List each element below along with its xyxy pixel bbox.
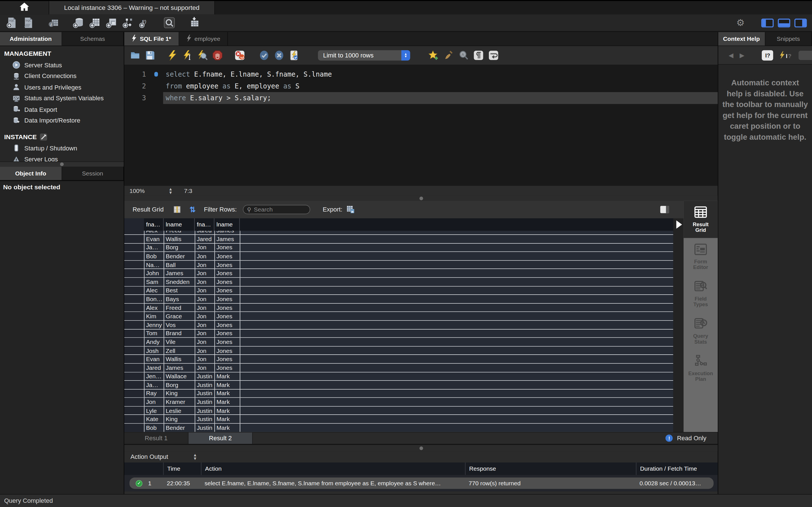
grid-cell[interactable]: Kramer [163,398,195,406]
grid-col-header[interactable]: fna… [195,218,214,231]
filter-search-input[interactable]: ⚲ Search [243,205,310,214]
grid-cell[interactable]: Bays [163,295,195,303]
grid-cell[interactable]: Na… [144,261,164,269]
search-objects-icon[interactable] [163,16,176,30]
grid-cell[interactable]: Ja… [144,381,164,389]
grid-cell[interactable]: Jon [195,363,214,372]
grid-col-header[interactable]: fna… [144,218,164,231]
sidebar-item-startup-shutdown[interactable]: Startup / Shutdown [0,143,124,154]
grid-cell[interactable]: Brand [163,329,195,337]
grid-cell[interactable]: Andy [144,338,164,346]
grid-cell[interactable]: Jones [214,286,240,295]
grid-row[interactable]: AlexFreedJonJones [124,304,673,312]
stop-icon[interactable] [212,50,223,61]
grid-row[interactable]: RayKingJustinMark [124,389,673,398]
grid-cell[interactable]: Wallis [163,355,195,363]
grid-cell[interactable]: Zell [163,346,195,355]
create-table-icon[interactable] [88,16,101,30]
zoom-stepper-icon[interactable]: ▲▼ [168,187,173,194]
grid-cell[interactable]: Bob [144,424,164,432]
toggle-autocommit-icon[interactable] [289,50,300,61]
refresh-icon[interactable]: ⇅ [190,205,196,214]
grid-cell[interactable]: Mark [214,389,240,397]
help-search-input[interactable] [799,50,812,60]
sidebar-splitter[interactable] [0,161,124,166]
grid-row[interactable]: JonKramerJustinMark [124,398,673,406]
grid-cell[interactable]: Mark [214,372,240,381]
sidebar-item-server-logs[interactable]: Server Logs [0,154,124,161]
grid-cell[interactable]: James [214,231,240,234]
tab-snippets[interactable]: Snippets [765,32,812,46]
inspector-icon[interactable]: i [47,16,60,30]
grid-cell[interactable]: Jones [214,312,240,320]
action-output-row[interactable]: ✓122:00:35select E.fname, E.lname, S.fna… [130,477,714,489]
grid-cell[interactable]: Jared [195,235,214,243]
grid-row[interactable]: AndyVileJonJones [124,338,673,346]
grid-cell[interactable]: Tom [144,329,164,337]
grid-cell[interactable]: Jones [214,243,240,251]
grid-cell[interactable]: Mark [214,406,240,414]
grid-row[interactable]: AlecBestJonJones [124,286,673,295]
grid-cell[interactable]: James [214,235,240,243]
sidebar-item-status-and-system-variables[interactable]: Status and System Variables [0,93,124,104]
sidebar-item-server-status[interactable]: Server Status [0,59,124,70]
grid-cell[interactable]: Mark [214,398,240,406]
grid-cell[interactable]: James [163,269,195,277]
grid-cell[interactable]: James [163,363,195,372]
sidebar-item-users-and-privileges[interactable]: Users and Privileges [0,82,124,93]
grid-cell[interactable]: Justin [195,424,214,432]
grid-cell[interactable]: Mark [214,424,240,432]
grid-cell[interactable]: Jon [195,252,214,260]
grid-row[interactable]: JoshZellJonJones [124,346,673,355]
grid-cell[interactable]: Jones [214,295,240,303]
sql-code-editor[interactable]: 1select E.fname, E.lname, S.fname, S.lna… [124,65,718,185]
grid-cell[interactable]: King [163,389,195,397]
grid-cell[interactable]: Evan [144,235,164,243]
grid-row[interactable]: LyleLeslieJustinMark [124,406,673,415]
tab-session[interactable]: Session [62,166,123,180]
grid-cell[interactable]: Jones [214,338,240,346]
toggle-bottom-panel-icon[interactable] [778,18,790,27]
tab-employee[interactable]: employee [179,32,228,46]
sidebar-item-data-export[interactable]: Data Export [0,104,124,115]
grid-cell[interactable]: Freed [163,304,195,312]
grid-cell[interactable]: Jon [195,295,214,303]
grid-cell[interactable]: Jon [195,338,214,346]
grid-cell[interactable]: Jones [214,321,240,329]
grid-cell[interactable]: Jones [214,269,240,277]
new-sql-script-icon[interactable]: SQL [5,16,18,30]
grid-cell[interactable]: Alex [144,231,164,234]
create-procedure-icon[interactable] [121,16,135,30]
grid-row[interactable]: JennyVosJonJones [124,321,673,329]
grid-row[interactable]: BobBenderJonJones [124,252,673,261]
caret-help-icon[interactable]: I? [762,50,773,60]
strip-item-form-editor[interactable]: FormEditor [683,238,718,275]
tab-result-1[interactable]: Result 1 [124,433,189,444]
grid-cell[interactable]: Jon [195,304,214,312]
grid-cell[interactable]: Justin [195,406,214,414]
execute-current-icon[interactable] [182,50,193,61]
tab-schemas[interactable]: Schemas [62,32,123,46]
tab-context-help[interactable]: Context Help [718,32,765,46]
grid-row[interactable]: Bon…BaysJonJones [124,295,673,303]
grid-cell[interactable]: Snedden [163,278,195,286]
grid-cell[interactable]: Ball [163,261,195,269]
grid-cell[interactable]: Jon [195,329,214,337]
zoom-level[interactable]: 100% [130,187,145,194]
auto-help-toggle-icon[interactable]: I? [779,51,792,59]
tab-sql-file-1[interactable]: SQL File 1* [124,32,179,46]
back-arrow-icon[interactable]: ◀ [728,52,733,59]
beautify-icon[interactable] [443,50,454,61]
grid-row[interactable]: BobBenderJustinMark [124,424,673,432]
grid-row[interactable]: Na…BallJonJones [124,261,673,269]
grid-row[interactable]: AlexFreedJaredJames [124,231,673,235]
grid-row[interactable]: KateKingJustinMark [124,415,673,424]
grid-row[interactable]: TomBrandJonJones [124,329,673,338]
code-line-2[interactable]: 2from employee as E, employee as S [124,80,718,92]
open-file-icon[interactable] [130,50,141,61]
strip-item-execution-plan[interactable]: ExecutionPlan [683,350,718,387]
grid-cell[interactable]: Bender [163,424,195,432]
table-import-icon[interactable] [188,16,201,30]
grid-cell[interactable]: Jen… [144,372,164,381]
grid-row[interactable]: EvanWallisJaredJames [124,235,673,243]
